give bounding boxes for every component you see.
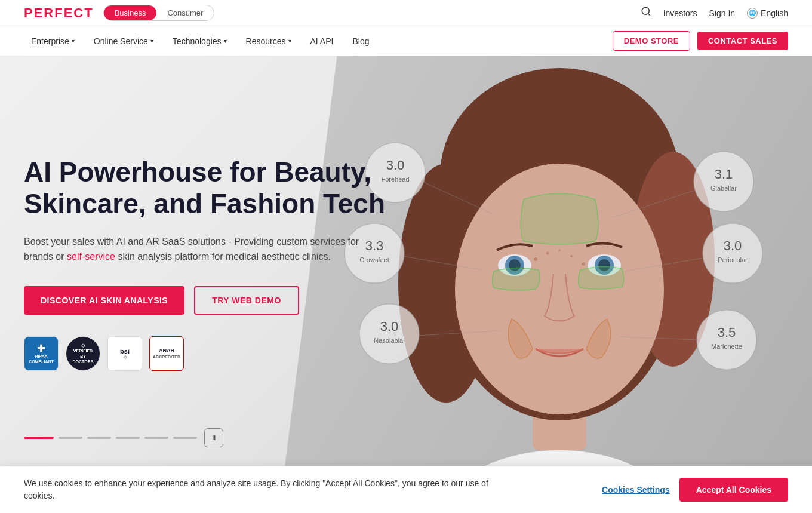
logo[interactable]: PERFECT bbox=[24, 5, 94, 21]
nav-enterprise[interactable]: Enterprise ▾ bbox=[24, 28, 82, 54]
top-bar-left: PERFECT Business Consumer bbox=[24, 5, 214, 21]
signin-link[interactable]: Sign In bbox=[709, 8, 735, 18]
search-icon[interactable] bbox=[641, 6, 651, 20]
nav-online-service[interactable]: Online Service ▾ bbox=[87, 28, 161, 54]
hero-section: 3.0 Forehead 3.1 Glabellar 3.3 Crowsfeet… bbox=[0, 56, 812, 471]
chevron-down-icon: ▾ bbox=[150, 38, 153, 44]
nav-blog[interactable]: Blog bbox=[345, 28, 376, 54]
cookie-actions: Cookies Settings Accept All Cookies bbox=[602, 478, 788, 502]
hipaa-badge: ✚ HIPAA COMPLIANT bbox=[24, 336, 59, 371]
slider-dot-1[interactable] bbox=[24, 437, 54, 439]
slider-dot-2[interactable] bbox=[59, 437, 82, 439]
hero-content: AI Powerhouse for Beauty, Skincare, and … bbox=[0, 156, 418, 371]
top-bar-right: Investors Sign In 🌐 English bbox=[641, 6, 788, 20]
nav-bar: Enterprise ▾ Online Service ▾ Technologi… bbox=[0, 26, 812, 56]
hero-buttons: DISCOVER AI SKIN ANALYSIS TRY WEB DEMO bbox=[24, 286, 394, 315]
verified-doctors-badge: ⬡ VERIFIED BY DOCTORS bbox=[66, 336, 100, 371]
contact-sales-button[interactable]: CONTACT SALES bbox=[697, 32, 788, 50]
globe-icon: 🌐 bbox=[747, 8, 758, 19]
try-web-demo-button[interactable]: TRY WEB DEMO bbox=[194, 286, 299, 315]
nav-ai-api[interactable]: AI API bbox=[303, 28, 341, 54]
language-selector[interactable]: 🌐 English bbox=[747, 8, 788, 19]
chevron-down-icon: ▾ bbox=[224, 38, 227, 44]
discover-skin-analysis-button[interactable]: DISCOVER AI SKIN ANALYSIS bbox=[24, 286, 184, 315]
anab-badge: ANAB ACCREDITED bbox=[149, 336, 184, 371]
nav-technologies[interactable]: Technologies ▾ bbox=[165, 28, 234, 54]
self-service-link[interactable]: self-service bbox=[67, 251, 115, 262]
hero-subtitle-text2: skin analysis platform for medical aesth… bbox=[115, 251, 331, 262]
cookies-settings-button[interactable]: Cookies Settings bbox=[602, 485, 670, 494]
chevron-down-icon: ▾ bbox=[288, 38, 291, 44]
slider-controls: ⏸ bbox=[24, 428, 223, 447]
nav-resources[interactable]: Resources ▾ bbox=[239, 28, 299, 54]
chevron-down-icon: ▾ bbox=[72, 38, 75, 44]
investors-link[interactable]: Investors bbox=[663, 8, 697, 18]
cookie-text: We use cookies to enhance your experienc… bbox=[24, 477, 502, 502]
demo-store-button[interactable]: DEMO STORE bbox=[613, 31, 690, 51]
trust-badges: ✚ HIPAA COMPLIANT ⬡ VERIFIED BY DOCTORS … bbox=[24, 336, 394, 371]
slider-dot-5[interactable] bbox=[144, 437, 168, 439]
slider-dot-4[interactable] bbox=[116, 437, 140, 439]
cookie-banner: We use cookies to enhance your experienc… bbox=[0, 466, 812, 513]
slider-dot-6[interactable] bbox=[173, 437, 197, 439]
pause-icon: ⏸ bbox=[210, 434, 217, 442]
hero-subtitle: Boost your sales with AI and AR SaaS sol… bbox=[24, 234, 370, 265]
pause-button[interactable]: ⏸ bbox=[204, 428, 223, 447]
accept-cookies-button[interactable]: Accept All Cookies bbox=[679, 478, 788, 502]
nav-actions: DEMO STORE CONTACT SALES bbox=[613, 31, 788, 51]
nav-links: Enterprise ▾ Online Service ▾ Technologi… bbox=[24, 28, 376, 54]
business-consumer-toggle: Business Consumer bbox=[103, 5, 215, 21]
slider-dot-3[interactable] bbox=[87, 437, 111, 439]
business-toggle[interactable]: Business bbox=[104, 5, 157, 20]
bsi-badge: bsi ◇ bbox=[107, 336, 142, 371]
top-bar: PERFECT Business Consumer Investors Sign… bbox=[0, 0, 812, 26]
svg-point-0 bbox=[642, 7, 649, 14]
hero-title: AI Powerhouse for Beauty, Skincare, and … bbox=[24, 156, 394, 220]
language-label: English bbox=[761, 8, 788, 18]
consumer-toggle[interactable]: Consumer bbox=[156, 5, 214, 20]
